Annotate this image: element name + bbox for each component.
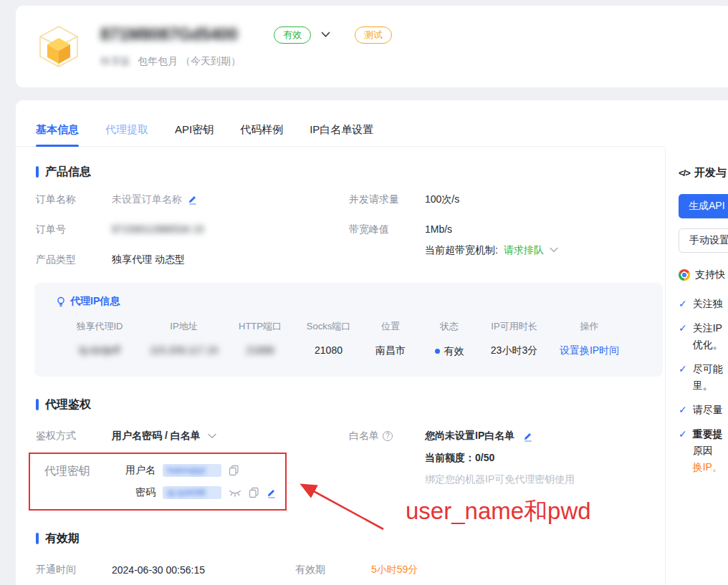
whitelist-help-icon[interactable]: ? xyxy=(383,431,393,441)
col-ip-address: IP地址 xyxy=(143,320,224,333)
tip-item: ✓ 关注独 xyxy=(679,296,728,312)
start-time-label: 开通时间 xyxy=(36,564,112,576)
whitelist-empty-text: 您尚未设置IP白名单 xyxy=(425,430,514,443)
section-bar xyxy=(36,166,39,178)
socks-port-value: 21080 xyxy=(296,344,361,358)
proxy-id-masked: bj-dzdjeff xyxy=(80,344,120,356)
username-label: 用户名 xyxy=(121,464,155,477)
section-product-info: 产品信息 xyxy=(36,165,665,178)
whitelist-label: 白名单 xyxy=(349,430,379,443)
copy-password-icon[interactable] xyxy=(249,487,259,498)
proxy-ip-table: 独享代理ID IP地址 HTTP端口 Socks端口 位置 状态 IP可用时长 … xyxy=(56,320,629,358)
col-proxy-id: 独享代理ID xyxy=(56,320,143,333)
sidebar-title: 开发与 xyxy=(694,166,727,180)
password-value-masked: qLxjvkh96 xyxy=(163,486,221,499)
toggle-password-visibility-icon[interactable] xyxy=(229,488,241,497)
proxy-ip-table-header: 独享代理ID IP地址 HTTP端口 Socks端口 位置 状态 IP可用时长 … xyxy=(56,320,629,333)
copy-username-icon[interactable] xyxy=(229,465,239,476)
over-bandwidth-value[interactable]: 请求排队 xyxy=(504,243,544,256)
dev-sidebar: </> 开发与 生成API 手动设置 支持快 ✓ 关注独 ✓ 关注IP优化。 ✓… xyxy=(665,148,728,585)
tip-item: ✓ 请尽量 xyxy=(679,402,728,418)
detail-tabs: 基本信息 代理提取 API密钥 代码样例 IP白名单设置 xyxy=(16,100,665,147)
order-header-card: 871M8087Gd5400 有效 测试 独享版 包年包月 （今天到期） xyxy=(16,6,728,87)
col-actions: 操作 xyxy=(550,320,629,333)
col-status: 状态 xyxy=(420,320,479,333)
field-label: 并发请求量 xyxy=(349,193,425,206)
section-validity: 有效期 开通时间 2024-06-30 00:56:15 有效期 5小时59分 xyxy=(36,532,665,576)
annotation-text: user_name和pwd xyxy=(406,495,591,528)
chrome-support-text: 支持快 xyxy=(695,269,725,281)
whitelist-quota: 当前额度：0/50 xyxy=(425,452,575,465)
password-label: 密码 xyxy=(121,486,155,499)
order-header-info: 871M8087Gd5400 有效 测试 独享版 包年包月 （今天到期） xyxy=(100,25,392,68)
tip-item-important: ✓ 重要提原因换IP。 xyxy=(679,426,728,475)
tab-ip-whitelist[interactable]: IP白名单设置 xyxy=(310,123,373,137)
section-bar xyxy=(36,533,39,544)
ip-duration-value: 23小时3分 xyxy=(479,344,550,358)
chrome-support-row: 支持快 xyxy=(679,269,728,281)
field-bandwidth: 带宽峰值 1Mb/s 当前超带宽机制: 请求排队 xyxy=(349,223,558,256)
edit-password-icon[interactable] xyxy=(267,488,277,498)
username-row: 用户名 hwkmqkpl xyxy=(121,463,277,478)
check-icon: ✓ xyxy=(679,296,687,312)
manual-setup-button[interactable]: 手动设置 xyxy=(679,228,728,253)
status-chevron-down-icon[interactable] xyxy=(321,32,330,38)
tips-list: ✓ 关注独 ✓ 关注IP优化。 ✓ 尽可能里。 ✓ 请尽量 ✓ 重要提原因换IP… xyxy=(679,296,728,475)
section-title: 代理鉴权 xyxy=(45,397,91,412)
field-concurrency: 并发请求量 100次/s xyxy=(349,193,558,206)
product-fields-right: 并发请求量 100次/s 带宽峰值 1Mb/s 当前超带宽机制: 请求排队 xyxy=(349,193,558,256)
order-name-placeholder: 未设置订单名称 xyxy=(112,193,182,206)
bulb-icon xyxy=(56,296,66,307)
proxy-secret-label: 代理密钥 xyxy=(44,463,121,501)
product-fields: 订单名称 未设置订单名称 订单号 97156012986534 15 产品类型 … xyxy=(36,193,665,266)
edit-whitelist-icon[interactable] xyxy=(523,431,533,442)
field-label: 带宽峰值 xyxy=(349,223,425,236)
proxy-ip-panel-title: 代理IP信息 xyxy=(70,295,120,308)
edit-order-name-icon[interactable] xyxy=(188,194,198,205)
whitelist-hint: 绑定您的机器IP可免代理密钥使用 xyxy=(425,473,575,486)
generate-api-button[interactable]: 生成API xyxy=(679,194,728,218)
proxy-order-detail-page: { "colors": { "accent": "#2e6cf6", "gree… xyxy=(0,0,728,585)
section-title: 产品信息 xyxy=(45,165,91,180)
check-icon: ✓ xyxy=(679,320,687,353)
check-icon: ✓ xyxy=(679,361,687,394)
field-label: 订单号 xyxy=(36,223,112,236)
annotation-arrow xyxy=(290,475,394,536)
proxy-ip-table-row: bj-dzdjeff 115.209.117.15 21888 21080 南昌… xyxy=(56,344,629,358)
col-http-port: HTTP端口 xyxy=(224,320,296,333)
chrome-icon xyxy=(679,269,690,281)
auth-method-value[interactable]: 用户名密码 / 白名单 xyxy=(112,430,201,443)
field-label: 产品类型 xyxy=(36,253,112,266)
http-port-masked: 21888 xyxy=(246,344,274,356)
status-badge: 有效 xyxy=(274,26,311,44)
proxy-credentials-highlight-box: 代理密钥 用户名 hwkmqkpl 密码 qLxjvkh96 xyxy=(29,453,287,511)
tab-api-key[interactable]: API密钥 xyxy=(175,123,214,137)
tab-basic-info[interactable]: 基本信息 xyxy=(36,123,79,137)
proxy-ip-panel: 代理IP信息 独享代理ID IP地址 HTTP端口 Socks端口 位置 状态 … xyxy=(34,283,663,377)
concurrency-value: 100次/s xyxy=(425,193,459,206)
status-dot-icon xyxy=(435,349,440,354)
over-bandwidth-label: 当前超带宽机制: xyxy=(425,243,498,256)
username-value-masked: hwkmqkpl xyxy=(163,464,221,477)
code-brackets-icon: </> xyxy=(679,168,690,178)
row-status-value: 有效 xyxy=(444,345,464,358)
location-value: 南昌市 xyxy=(361,344,420,358)
col-socks-port: Socks端口 xyxy=(296,320,361,333)
remaining-label: 有效期 xyxy=(295,564,371,576)
tab-proxy-extract[interactable]: 代理提取 xyxy=(105,123,148,137)
plan-prefix-masked: 独享版 xyxy=(100,55,130,68)
remaining-value: 5小时59分 xyxy=(371,564,418,576)
start-time-value: 2024-06-30 00:56:15 xyxy=(112,564,205,576)
auth-method-chevron-down-icon[interactable] xyxy=(208,433,216,439)
col-ip-duration: IP可用时长 xyxy=(479,320,550,333)
tip-item: ✓ 关注IP优化。 xyxy=(679,320,728,353)
product-cube-icon xyxy=(36,24,82,69)
tab-code-samples[interactable]: 代码样例 xyxy=(240,123,283,137)
over-bandwidth-chevron-down-icon[interactable] xyxy=(550,247,558,253)
bandwidth-value: 1Mb/s xyxy=(425,223,452,235)
set-ip-rotation-link[interactable]: 设置换IP时间 xyxy=(560,344,619,356)
test-badge: 测试 xyxy=(355,26,392,44)
section-bar xyxy=(36,399,39,410)
ip-address-masked: 115.209.117.15 xyxy=(150,344,218,356)
password-row: 密码 qLxjvkh96 xyxy=(121,485,277,501)
